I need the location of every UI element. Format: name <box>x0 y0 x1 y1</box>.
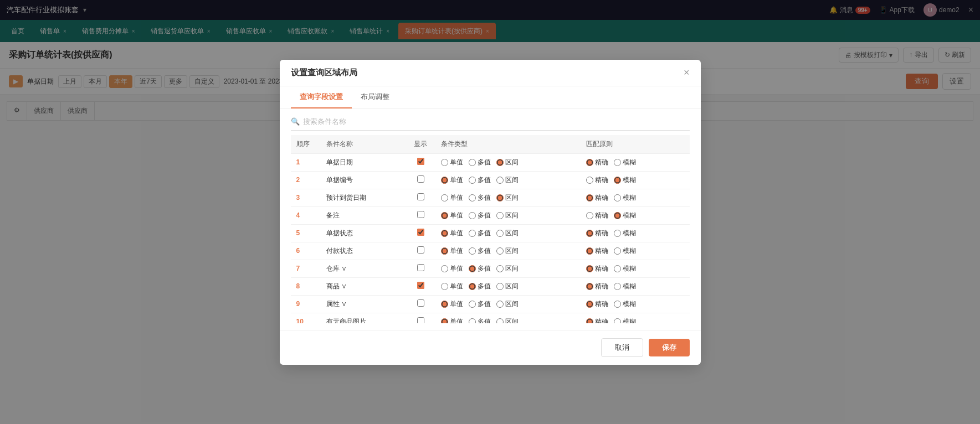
type-radio-item[interactable]: 区间 <box>496 211 519 220</box>
match-radio-item[interactable]: 模糊 <box>614 246 636 256</box>
match-radio[interactable] <box>614 301 621 308</box>
match-radio[interactable] <box>586 159 593 166</box>
type-radio[interactable] <box>441 301 448 308</box>
display-checkbox[interactable] <box>417 264 424 271</box>
search-input[interactable] <box>303 117 414 126</box>
type-radio[interactable] <box>441 177 448 184</box>
match-radio-item[interactable]: 模糊 <box>614 299 636 309</box>
type-radio[interactable] <box>469 283 476 290</box>
match-radio[interactable] <box>614 283 621 290</box>
match-radio-item[interactable]: 精确 <box>586 317 608 323</box>
match-radio[interactable] <box>586 194 593 201</box>
match-radio[interactable] <box>586 318 593 323</box>
save-button[interactable]: 保存 <box>649 339 690 356</box>
match-radio[interactable] <box>614 265 621 272</box>
display-checkbox[interactable] <box>417 211 424 218</box>
type-radio[interactable] <box>496 212 504 219</box>
match-radio[interactable] <box>586 301 593 308</box>
match-radio-item[interactable]: 模糊 <box>614 317 636 323</box>
match-radio-item[interactable]: 精确 <box>586 299 608 309</box>
type-radio-item[interactable]: 多值 <box>469 229 491 238</box>
type-radio[interactable] <box>496 230 504 237</box>
match-radio[interactable] <box>614 247 621 255</box>
match-radio[interactable] <box>614 212 621 219</box>
type-radio-item[interactable]: 区间 <box>496 175 519 185</box>
type-radio-item[interactable]: 多值 <box>469 264 491 273</box>
type-radio-item[interactable]: 单值 <box>441 229 463 238</box>
display-checkbox[interactable] <box>417 175 424 183</box>
type-radio-item[interactable]: 单值 <box>441 158 463 167</box>
type-radio[interactable] <box>469 177 476 184</box>
match-radio[interactable] <box>586 283 593 290</box>
type-radio-item[interactable]: 区间 <box>496 229 519 238</box>
display-checkbox[interactable] <box>417 193 424 200</box>
type-radio[interactable] <box>496 318 504 323</box>
modal-tab-layout[interactable]: 布局调整 <box>352 86 398 108</box>
type-radio[interactable] <box>441 247 448 255</box>
match-radio-item[interactable]: 模糊 <box>614 229 636 238</box>
type-radio-item[interactable]: 区间 <box>496 317 519 323</box>
type-radio-item[interactable]: 单值 <box>441 264 463 273</box>
type-radio[interactable] <box>441 159 448 166</box>
type-radio[interactable] <box>469 265 476 272</box>
type-radio-item[interactable]: 单值 <box>441 317 463 323</box>
match-radio[interactable] <box>586 265 593 272</box>
match-radio-item[interactable]: 模糊 <box>614 193 636 203</box>
match-radio[interactable] <box>614 194 621 201</box>
type-radio-item[interactable]: 多值 <box>469 193 491 203</box>
type-radio-item[interactable]: 多值 <box>469 246 491 256</box>
match-radio-item[interactable]: 精确 <box>586 246 608 256</box>
match-radio-item[interactable]: 模糊 <box>614 211 636 220</box>
type-radio[interactable] <box>469 194 476 201</box>
match-radio-item[interactable]: 精确 <box>586 229 608 238</box>
match-radio-item[interactable]: 模糊 <box>614 282 636 291</box>
match-radio-item[interactable]: 模糊 <box>614 264 636 273</box>
match-radio-item[interactable]: 精确 <box>586 211 608 220</box>
match-radio-item[interactable]: 精确 <box>586 264 608 273</box>
type-radio[interactable] <box>469 301 476 308</box>
match-radio[interactable] <box>614 177 621 184</box>
type-radio-item[interactable]: 区间 <box>496 299 519 309</box>
type-radio[interactable] <box>469 212 476 219</box>
type-radio-item[interactable]: 多值 <box>469 211 491 220</box>
type-radio[interactable] <box>496 247 504 255</box>
match-radio-item[interactable]: 精确 <box>586 193 608 203</box>
type-radio[interactable] <box>441 230 448 237</box>
type-radio[interactable] <box>496 194 504 201</box>
cancel-button[interactable]: 取消 <box>601 338 643 357</box>
type-radio-item[interactable]: 单值 <box>441 193 463 203</box>
display-checkbox[interactable] <box>417 229 424 236</box>
type-radio-item[interactable]: 多值 <box>469 175 491 185</box>
type-radio[interactable] <box>469 230 476 237</box>
match-radio-item[interactable]: 精确 <box>586 175 608 185</box>
match-radio[interactable] <box>614 230 621 237</box>
match-radio[interactable] <box>586 212 593 219</box>
type-radio-item[interactable]: 单值 <box>441 211 463 220</box>
display-checkbox[interactable] <box>417 282 424 289</box>
match-radio[interactable] <box>586 230 593 237</box>
type-radio-item[interactable]: 单值 <box>441 282 463 291</box>
type-radio-item[interactable]: 多值 <box>469 282 491 291</box>
display-checkbox[interactable] <box>417 158 424 165</box>
match-radio[interactable] <box>586 177 593 184</box>
match-radio[interactable] <box>586 247 593 255</box>
match-radio-item[interactable]: 精确 <box>586 158 608 167</box>
type-radio-item[interactable]: 多值 <box>469 158 491 167</box>
type-radio[interactable] <box>441 265 448 272</box>
match-radio-item[interactable]: 精确 <box>586 282 608 291</box>
type-radio[interactable] <box>441 212 448 219</box>
display-checkbox[interactable] <box>417 299 424 307</box>
type-radio[interactable] <box>469 247 476 255</box>
type-radio-item[interactable]: 区间 <box>496 264 519 273</box>
modal-tab-query-fields[interactable]: 查询字段设置 <box>291 86 352 108</box>
type-radio-item[interactable]: 单值 <box>441 175 463 185</box>
type-radio[interactable] <box>496 283 504 290</box>
type-radio[interactable] <box>496 265 504 272</box>
type-radio[interactable] <box>441 194 448 201</box>
type-radio[interactable] <box>469 318 476 323</box>
match-radio-item[interactable]: 模糊 <box>614 175 636 185</box>
type-radio-item[interactable]: 区间 <box>496 158 519 167</box>
type-radio[interactable] <box>441 318 448 323</box>
match-radio[interactable] <box>614 159 621 166</box>
type-radio[interactable] <box>496 301 504 308</box>
